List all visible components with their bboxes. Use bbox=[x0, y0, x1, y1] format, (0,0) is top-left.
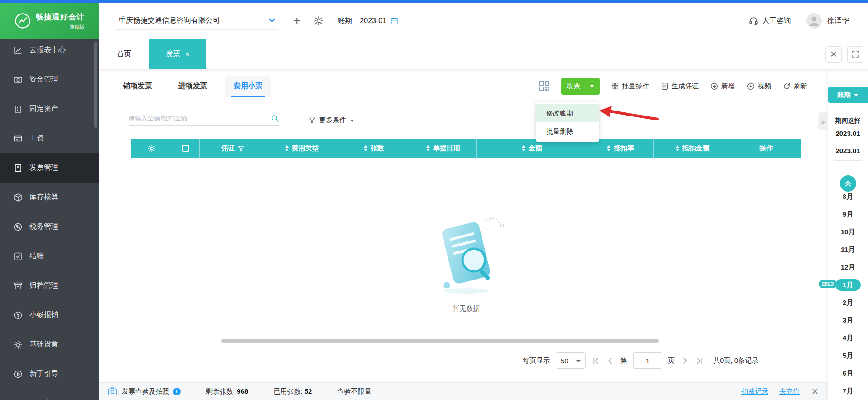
month-option-may[interactable]: 5月 bbox=[835, 350, 861, 361]
sort-icon[interactable] bbox=[285, 145, 289, 151]
sidebar-item-invoice-management[interactable]: 发票管理 bbox=[0, 153, 99, 183]
filter-funnel-icon[interactable] bbox=[238, 145, 244, 152]
sidebar-item-label: 新手引导 bbox=[29, 369, 58, 379]
invoice-icon bbox=[14, 164, 23, 173]
subtab-input-invoice[interactable]: 进项发票 bbox=[170, 76, 215, 97]
search-input[interactable] bbox=[129, 115, 271, 122]
batch-operations-button[interactable]: 批量操作 bbox=[611, 82, 649, 91]
sidebar-item-closing[interactable]: 结账 bbox=[0, 241, 99, 271]
month-option-sep[interactable]: 9月 bbox=[835, 208, 861, 220]
month-option-apr[interactable]: 4月 bbox=[835, 332, 861, 344]
sidebar-item-salary[interactable]: 工资 bbox=[0, 124, 99, 153]
invoice-subtabs: 销项发票 进项发票 费用小票 bbox=[115, 76, 271, 97]
first-page-button[interactable] bbox=[591, 357, 600, 365]
double-chevron-up-icon bbox=[844, 180, 852, 187]
month-option-nov[interactable]: 11月 bbox=[835, 244, 861, 255]
month-option-feb[interactable]: 2月 bbox=[835, 297, 861, 308]
app-header: 畅捷通好会计 旗舰版 重庆畅捷交通信息咨询有限公司 + 账期 2023-01 人… bbox=[0, 3, 868, 39]
sidebar-item-cloud-reports[interactable]: 云报表中心 bbox=[0, 39, 99, 65]
settings-gear-icon[interactable] bbox=[314, 16, 323, 25]
year-badge[interactable]: 2023 bbox=[819, 280, 837, 288]
get-invoice-button[interactable]: 取票 bbox=[561, 78, 600, 95]
recharge-link[interactable]: 去充值 bbox=[779, 387, 800, 396]
col-deduction-amount[interactable]: 抵扣金额 bbox=[653, 139, 731, 158]
month-option-oct[interactable]: 10月 bbox=[835, 226, 861, 238]
period-to-date[interactable]: 2023.01 bbox=[828, 147, 868, 154]
report-chart-icon bbox=[14, 46, 23, 55]
col-sheet-count[interactable]: 张数 bbox=[338, 139, 410, 158]
page-number-input[interactable] bbox=[633, 352, 662, 369]
more-filters-button[interactable]: 更多条件 bbox=[309, 116, 354, 125]
avatar[interactable] bbox=[806, 13, 822, 29]
fullscreen-icon[interactable] bbox=[847, 46, 863, 63]
tab-invoice[interactable]: 发票 ✕ bbox=[149, 39, 206, 69]
month-option-jul[interactable]: 7月 bbox=[835, 385, 861, 397]
month-option-jan-active[interactable]: 2023 1月 bbox=[835, 279, 861, 291]
footer-close-icon[interactable]: ✕ bbox=[811, 387, 819, 396]
column-settings-button[interactable] bbox=[131, 139, 172, 158]
avatar-icon bbox=[806, 13, 822, 29]
support-button[interactable]: 人工咨询 bbox=[749, 16, 791, 26]
horizontal-scrollbar[interactable] bbox=[221, 339, 659, 343]
sidebar-item-inventory[interactable]: 库存核算 bbox=[0, 183, 99, 212]
prev-page-button[interactable] bbox=[606, 357, 615, 365]
unlimited-label: 查验不限量 bbox=[337, 387, 371, 396]
sort-icon[interactable] bbox=[364, 145, 367, 151]
support-label: 人工咨询 bbox=[762, 16, 791, 26]
tab-home[interactable]: 首页 bbox=[99, 39, 149, 69]
select-all-checkbox[interactable] bbox=[182, 145, 189, 152]
last-page-button[interactable] bbox=[695, 357, 704, 365]
col-voucher[interactable]: 凭证 bbox=[199, 139, 266, 158]
generate-voucher-button[interactable]: 生成凭证 bbox=[661, 82, 699, 91]
month-option-aug[interactable]: 8月 bbox=[835, 191, 861, 202]
period-value-selector[interactable]: 2023-01 bbox=[358, 14, 400, 28]
refresh-button[interactable]: 刷新 bbox=[783, 82, 807, 91]
sort-icon[interactable] bbox=[522, 145, 525, 151]
period-value: 2023-01 bbox=[360, 17, 386, 25]
per-page-label: 每页显示 bbox=[523, 357, 550, 365]
sidebar-item-beginner-guide[interactable]: 新手引导 bbox=[0, 359, 99, 389]
menu-item-batch-delete[interactable]: 批量删除 bbox=[536, 122, 599, 140]
col-label: 金额 bbox=[529, 144, 542, 153]
sort-icon[interactable] bbox=[607, 145, 610, 151]
sidebar-item-tax[interactable]: 税务管理 bbox=[0, 212, 99, 241]
close-workspace-icon[interactable]: ✕ bbox=[825, 46, 842, 63]
sidebar-item-service-center[interactable]: 服务中心 bbox=[0, 389, 99, 400]
col-label: 单据日期 bbox=[433, 144, 460, 153]
tab-close-icon[interactable]: ✕ bbox=[185, 51, 190, 58]
menu-item-modify-period[interactable]: 修改账期 bbox=[536, 104, 599, 122]
qr-code-icon[interactable] bbox=[539, 81, 549, 91]
sort-icon[interactable] bbox=[676, 145, 679, 151]
app-title-block: 畅捷通好会计 旗舰版 bbox=[36, 12, 85, 30]
period-from-date[interactable]: 2023.01 bbox=[828, 130, 868, 137]
scroll-up-button[interactable] bbox=[840, 175, 856, 192]
sidebar-item-archive[interactable]: 归档管理 bbox=[0, 271, 99, 300]
col-document-date[interactable]: 单据日期 bbox=[410, 139, 476, 158]
sort-icon[interactable] bbox=[426, 145, 430, 151]
month-option-mar[interactable]: 3月 bbox=[835, 314, 861, 326]
month-option-jun[interactable]: 6月 bbox=[835, 367, 861, 379]
sidebar-item-basic-settings[interactable]: 基础设置 bbox=[0, 330, 99, 359]
add-account-icon[interactable]: + bbox=[293, 14, 300, 27]
video-button[interactable]: 视频 bbox=[747, 82, 771, 91]
gear-icon bbox=[148, 145, 156, 153]
search-icon[interactable] bbox=[271, 114, 279, 122]
col-label: 抵扣率 bbox=[614, 144, 634, 153]
col-expense-type[interactable]: 费用类型 bbox=[266, 139, 338, 158]
fee-record-link[interactable]: 扣费记录 bbox=[741, 387, 768, 396]
subtab-sales-invoice[interactable]: 销项发票 bbox=[115, 76, 160, 97]
per-page-select[interactable]: 50 bbox=[556, 352, 586, 369]
collapse-panel-button[interactable]: » bbox=[818, 112, 828, 130]
info-icon[interactable]: i bbox=[173, 388, 181, 395]
period-panel-button[interactable]: 账期 bbox=[828, 87, 868, 103]
sidebar-item-reimbursement[interactable]: 小畅报销 bbox=[0, 300, 99, 330]
sidebar-item-fixed-assets[interactable]: 固定资产 bbox=[0, 94, 99, 124]
subtab-expense-receipt[interactable]: 费用小票 bbox=[225, 76, 271, 97]
app-edition: 旗舰版 bbox=[36, 24, 85, 30]
month-option-dec[interactable]: 12月 bbox=[835, 261, 861, 273]
add-new-button[interactable]: 新增 bbox=[711, 82, 735, 91]
next-page-button[interactable] bbox=[681, 357, 689, 365]
sidebar-item-funds[interactable]: 资金管理 bbox=[0, 65, 99, 94]
company-selector[interactable]: 重庆畅捷交通信息咨询有限公司 bbox=[116, 12, 278, 30]
sidebar-scrollbar[interactable] bbox=[94, 42, 97, 128]
